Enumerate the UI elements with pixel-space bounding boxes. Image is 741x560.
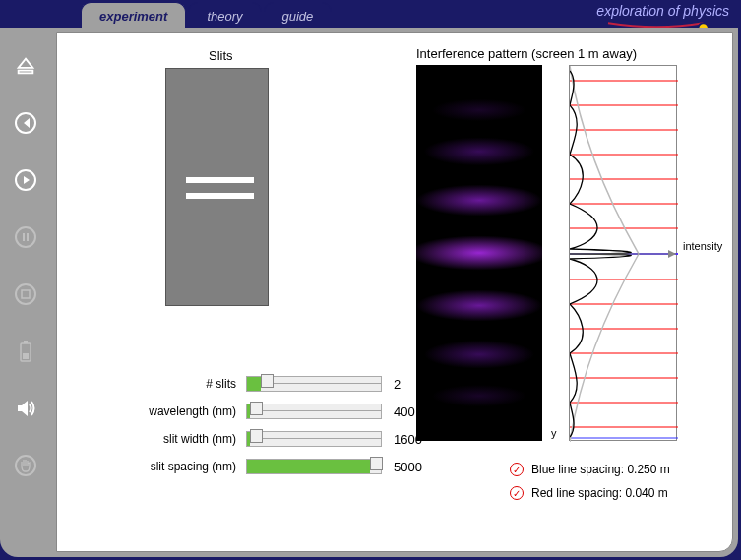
wavelength-label: wavelength (nm): [118, 404, 246, 418]
wavelength-value: 400: [382, 404, 429, 419]
red-spacing-text: Red line spacing: 0.040 m: [531, 486, 668, 500]
controls-panel: # slits 2 wavelength (nm) 400: [118, 374, 431, 484]
y-axis-label: y: [551, 427, 557, 439]
svg-marker-27: [668, 250, 676, 258]
blue-spacing-row: ✓ Blue line spacing: 0.250 m: [510, 463, 670, 476]
svg-point-4: [16, 284, 35, 304]
main-panel: Slits Interference pattern (screen 1 m a…: [51, 28, 738, 557]
sidebar: [0, 28, 51, 557]
stop-button[interactable]: [11, 280, 40, 309]
slit-width-slider[interactable]: [246, 431, 382, 447]
fringe-pattern: [416, 65, 542, 441]
brand-logo: exploration of physics: [596, 3, 729, 19]
svg-rect-7: [24, 341, 28, 343]
pause-button[interactable]: [11, 222, 40, 252]
num-slits-value: 2: [382, 377, 429, 392]
intensity-axis-label: intensity: [683, 240, 722, 252]
play-button[interactable]: [11, 165, 40, 195]
slit-2: [186, 193, 254, 199]
content-area: Slits Interference pattern (screen 1 m a…: [56, 32, 733, 552]
slit-width-label: slit width (nm): [118, 432, 246, 446]
slits-heading: Slits: [209, 48, 233, 63]
check-icon: ✓: [510, 463, 524, 476]
svg-point-3: [16, 227, 35, 247]
control-num-slits: # slits 2: [118, 374, 431, 394]
slit-1: [186, 177, 254, 183]
num-slits-thumb[interactable]: [261, 374, 274, 388]
spacing-readouts: ✓ Blue line spacing: 0.250 m ✓ Red line …: [510, 463, 670, 510]
slit-width-thumb[interactable]: [250, 429, 263, 443]
tab-theory[interactable]: theory: [188, 2, 261, 28]
tab-strip: experiment theory guide: [81, 2, 332, 28]
control-slit-width: slit width (nm) 1600: [118, 429, 431, 449]
battery-icon: [11, 337, 40, 366]
blue-spacing-text: Blue line spacing: 0.250 m: [531, 463, 670, 476]
intensity-graph: [569, 65, 677, 441]
brand-text: exploration of physics: [596, 3, 729, 19]
tab-experiment[interactable]: experiment: [81, 2, 186, 28]
slit-spacing-label: slit spacing (nm): [118, 460, 246, 473]
wavelength-slider[interactable]: [246, 404, 382, 419]
wavelength-thumb[interactable]: [250, 402, 263, 415]
volume-button[interactable]: [11, 394, 40, 423]
app-window: experiment theory guide exploration of p…: [0, 0, 741, 560]
svg-rect-5: [22, 290, 30, 298]
hand-button[interactable]: [11, 451, 40, 480]
slit-spacing-slider[interactable]: [246, 459, 382, 474]
num-slits-slider[interactable]: [246, 376, 382, 392]
control-slit-spacing: slit spacing (nm) 5000: [118, 457, 431, 476]
slit-spacing-thumb[interactable]: [370, 457, 383, 470]
tab-guide[interactable]: guide: [264, 2, 333, 28]
svg-rect-8: [23, 353, 29, 359]
skip-back-button[interactable]: [11, 108, 40, 138]
check-icon: ✓: [510, 486, 524, 500]
red-spacing-row: ✓ Red line spacing: 0.040 m: [510, 486, 670, 500]
control-wavelength: wavelength (nm) 400: [118, 402, 431, 421]
num-slits-fill: [247, 377, 261, 391]
slits-diagram: [165, 68, 269, 306]
pattern-heading: Interference pattern (screen 1 m away): [416, 46, 637, 61]
slit-spacing-fill: [247, 460, 370, 473]
num-slits-label: # slits: [118, 377, 246, 391]
eject-button[interactable]: [11, 51, 40, 81]
top-bar: experiment theory guide exploration of p…: [0, 0, 741, 28]
slit-width-value: 1600: [382, 432, 429, 447]
slit-spacing-value: 5000: [382, 460, 429, 474]
interference-pattern: [416, 65, 542, 441]
